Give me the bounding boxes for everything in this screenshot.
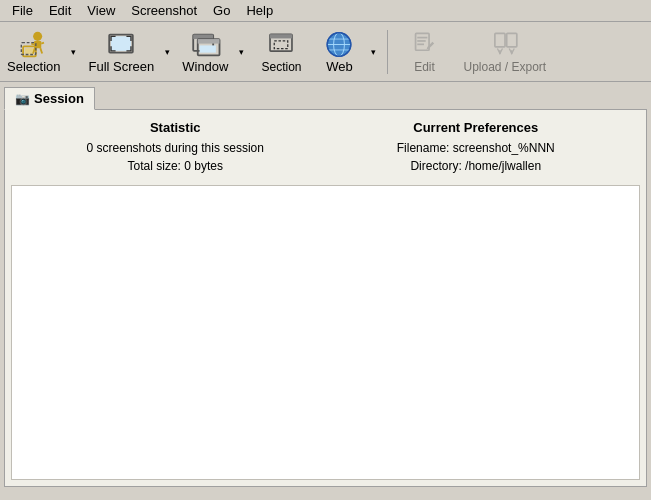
window-icon	[189, 30, 221, 59]
svg-line-4	[31, 43, 34, 44]
svg-rect-3	[34, 40, 41, 47]
svg-rect-29	[495, 33, 505, 47]
window-btn-group: Window ▾	[177, 25, 249, 79]
menu-file[interactable]: File	[4, 1, 41, 20]
session-tab[interactable]: 📷 Session	[4, 87, 95, 110]
menu-edit[interactable]: Edit	[41, 1, 79, 20]
section-icon	[265, 30, 297, 57]
svg-rect-27	[418, 40, 426, 42]
statistic-title: Statistic	[25, 120, 326, 135]
stats-right: Current Preferences Filename: screenshot…	[326, 120, 627, 175]
section-button[interactable]: Section	[251, 25, 311, 79]
edit-button: Edit	[394, 25, 454, 79]
tab-area: 📷 Session	[0, 82, 651, 109]
screenshots-count: 0 screenshots during this session	[25, 139, 326, 157]
window-button[interactable]: Window	[177, 25, 233, 79]
svg-rect-30	[507, 33, 517, 47]
svg-rect-18	[275, 40, 289, 48]
web-dropdown[interactable]: ▾	[365, 25, 381, 79]
directory-line: Directory: /home/jlwallen	[326, 157, 627, 175]
menubar: File Edit View Screenshot Go Help	[0, 0, 651, 22]
selection-icon	[18, 30, 50, 59]
window-dropdown[interactable]: ▾	[233, 25, 249, 79]
menu-go[interactable]: Go	[205, 1, 238, 20]
total-size: Total size: 0 bytes	[25, 157, 326, 175]
toolbar: Selection ▾ Full Screen ▾	[0, 22, 651, 82]
svg-rect-14	[198, 39, 220, 44]
web-button[interactable]: Web	[313, 25, 365, 79]
selection-btn-group: Selection ▾	[2, 25, 81, 79]
upload-icon	[489, 30, 521, 57]
svg-point-2	[33, 31, 42, 40]
stats-left: Statistic 0 screenshots during this sess…	[25, 120, 326, 175]
upload-label: Upload / Export	[463, 60, 546, 74]
selection-dropdown[interactable]: ▾	[65, 25, 81, 79]
toolbar-separator	[387, 30, 388, 74]
web-label: Web	[326, 59, 353, 74]
section-label: Section	[261, 60, 301, 74]
fullscreen-button[interactable]: Full Screen	[83, 25, 159, 79]
menu-screenshot[interactable]: Screenshot	[123, 1, 205, 20]
svg-rect-1	[25, 48, 34, 54]
stats-section: Statistic 0 screenshots during this sess…	[5, 110, 646, 185]
fullscreen-label: Full Screen	[88, 59, 154, 74]
edit-icon	[408, 30, 440, 57]
svg-rect-10	[111, 36, 131, 51]
web-btn-group: Web ▾	[313, 25, 381, 79]
selection-label: Selection	[7, 59, 60, 74]
menu-help[interactable]: Help	[238, 1, 281, 20]
menu-view[interactable]: View	[79, 1, 123, 20]
svg-line-5	[41, 42, 44, 43]
svg-rect-15	[200, 45, 216, 52]
svg-rect-17	[271, 34, 293, 38]
edit-label: Edit	[414, 60, 435, 74]
upload-button: Upload / Export	[456, 25, 553, 79]
content-area: Statistic 0 screenshots during this sess…	[4, 109, 647, 487]
fullscreen-icon	[105, 30, 137, 59]
web-icon	[323, 30, 355, 59]
fullscreen-btn-group: Full Screen ▾	[83, 25, 175, 79]
svg-rect-28	[418, 43, 425, 45]
filename-line: Filename: screenshot_%NNN	[326, 139, 627, 157]
svg-line-7	[40, 48, 42, 53]
fullscreen-dropdown[interactable]: ▾	[159, 25, 175, 79]
selection-button[interactable]: Selection	[2, 25, 65, 79]
svg-rect-26	[418, 36, 428, 38]
screenshot-preview-area	[11, 185, 640, 480]
session-tab-label: Session	[34, 91, 84, 106]
window-label: Window	[182, 59, 228, 74]
session-tab-icon: 📷	[15, 92, 30, 106]
preferences-title: Current Preferences	[326, 120, 627, 135]
